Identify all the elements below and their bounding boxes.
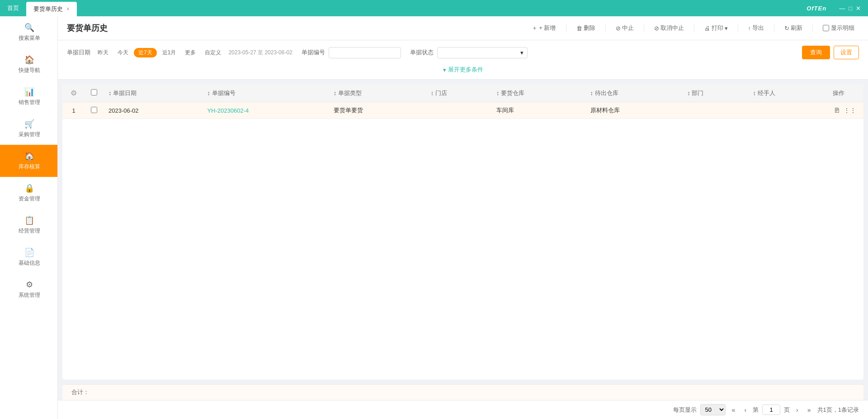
doc-number-link[interactable]: YH-20230602-4 xyxy=(207,107,249,114)
cell-req-warehouse: 车间库 xyxy=(491,102,585,119)
doc-number-input[interactable] xyxy=(329,47,401,58)
tab-home[interactable]: 首页 xyxy=(0,0,26,16)
doc-status-select[interactable]: ▾ xyxy=(437,47,528,58)
per-page-select[interactable]: 50 10 20 100 xyxy=(700,404,726,415)
sidebar-item-finance-mgmt[interactable]: 🔒 资金管理 xyxy=(0,177,57,209)
export-icon: ↑ xyxy=(748,25,751,32)
row-more-button[interactable]: ⋮⋮ xyxy=(843,106,857,115)
sidebar-item-base-info[interactable]: 📄 基础信息 xyxy=(0,241,57,273)
th-ops: 操作 xyxy=(827,84,863,102)
export-label: 导出 xyxy=(752,24,764,32)
th-handler: ↕ 经手人 xyxy=(747,84,827,102)
select-all-checkbox[interactable] xyxy=(91,89,97,95)
first-page-button[interactable]: « xyxy=(729,405,738,415)
delete-icon: 🗑 xyxy=(576,25,582,32)
main-layout: 🔍 搜索菜单 🏠 快捷导航 📊 销售管理 🛒 采购管理 🏠 库存核算 🔒 资金管… xyxy=(0,16,868,419)
display-detail-checkbox[interactable] xyxy=(823,25,829,31)
stop-label: 中止 xyxy=(622,24,634,32)
tab-close-icon[interactable]: × xyxy=(66,6,70,12)
new-button[interactable]: ＋ + 新增 xyxy=(527,22,560,34)
system-icon: ⚙ xyxy=(26,280,33,290)
base-info-icon: 📄 xyxy=(24,248,34,257)
new-label: + 新增 xyxy=(539,24,556,32)
row-view-button[interactable]: 🖹 xyxy=(833,106,841,115)
query-button[interactable]: 查询 xyxy=(802,46,830,59)
cancel-stop-label: 取消中止 xyxy=(660,24,684,32)
expand-more-btn[interactable]: ▾ 展开更多条件 xyxy=(443,64,483,77)
tab-requisition-history[interactable]: 要货单历史 × xyxy=(26,2,77,16)
th-doc-date: ↕ 单据日期 xyxy=(103,84,202,102)
prev-page-button[interactable]: ‹ xyxy=(741,405,749,415)
pagination: 每页显示 50 10 20 100 « ‹ 第 页 › » 共1页，1条记录 xyxy=(58,400,868,419)
quick-nav-icon: 🏠 xyxy=(24,55,34,65)
cell-dept xyxy=(682,102,747,119)
th-doc-number-label: ↕ 单据编号 xyxy=(207,90,235,96)
date-btn-1month[interactable]: 近1月 xyxy=(159,48,180,57)
sidebar-item-search-menu[interactable]: 🔍 搜索菜单 xyxy=(0,16,57,48)
divider xyxy=(812,24,813,32)
sidebar-item-quick-nav[interactable]: 🏠 快捷导航 xyxy=(0,48,57,81)
page-label-suffix: 页 xyxy=(784,406,790,414)
page-header: 要货单历史 ＋ + 新增 🗑 删除 ⊘ 中止 ⊘ xyxy=(58,16,868,40)
delete-button[interactable]: 🗑 删除 xyxy=(572,22,600,34)
sidebar-item-label: 销售管理 xyxy=(19,99,40,106)
th-settings: ⚙ xyxy=(62,84,85,102)
delete-label: 删除 xyxy=(584,24,595,32)
cell-handler xyxy=(747,102,827,119)
date-btn-yesterday[interactable]: 昨天 xyxy=(94,48,112,57)
display-detail-button[interactable]: 显示明细 xyxy=(818,22,859,34)
sidebar-item-sales-mgmt[interactable]: 📊 销售管理 xyxy=(0,81,57,113)
row-checkbox[interactable] xyxy=(91,107,97,113)
sidebar-item-label: 快捷导航 xyxy=(19,67,40,74)
setting-button[interactable]: 设置 xyxy=(834,46,859,59)
row-ops: 🖹 ⋮⋮ xyxy=(833,106,858,115)
sidebar-item-system-mgmt[interactable]: ⚙ 系统管理 xyxy=(0,273,57,305)
print-button[interactable]: 🖨 打印 ▾ xyxy=(700,22,732,34)
doc-number-label: 单据编号 xyxy=(302,48,325,57)
operations-icon: 📋 xyxy=(24,215,34,225)
window-maximize[interactable]: □ xyxy=(849,5,852,12)
th-req-warehouse-label: ↕ 要货仓库 xyxy=(496,90,524,96)
expand-icon: ▾ xyxy=(443,67,446,73)
divider xyxy=(694,24,694,32)
sidebar-item-label: 系统管理 xyxy=(19,291,40,299)
doc-date-filter: 单据日期 昨天 今天 近7天 近1月 更多 自定义 2023-05-27 至 2… xyxy=(67,48,292,57)
th-doc-number: ↕ 单据编号 xyxy=(202,84,328,102)
date-buttons: 昨天 今天 近7天 近1月 更多 自定义 xyxy=(94,48,225,57)
last-page-button[interactable]: » xyxy=(805,405,814,415)
th-pending-warehouse-label: ↕ 待出仓库 xyxy=(590,90,618,96)
th-dept-label: ↕ 部门 xyxy=(687,90,703,96)
tab-requisition-label: 要货单历史 xyxy=(33,5,63,13)
table-row: 1 2023-06-02 YH-20230602-4 要货单要货 车间库 原材料… xyxy=(62,102,863,119)
cell-pending-warehouse: 原材料仓库 xyxy=(585,102,682,119)
total-info: 共1页，1条记录 xyxy=(817,406,859,414)
purchase-icon: 🛒 xyxy=(24,119,34,129)
doc-number-filter: 单据编号 xyxy=(302,47,401,58)
date-btn-more[interactable]: 更多 xyxy=(181,48,199,57)
cancel-stop-button[interactable]: ⊘ 取消中止 xyxy=(650,22,689,34)
top-bar: 首页 要货单历史 × OfTEn — □ ✕ xyxy=(0,0,868,16)
filter-row: 单据日期 昨天 今天 近7天 近1月 更多 自定义 2023-05-27 至 2… xyxy=(67,46,859,64)
date-btn-7days[interactable]: 近7天 xyxy=(134,48,157,57)
date-btn-today[interactable]: 今天 xyxy=(114,48,132,57)
export-button[interactable]: ↑ 导出 xyxy=(744,22,769,34)
next-page-button[interactable]: › xyxy=(793,405,801,415)
settings-icon[interactable]: ⚙ xyxy=(71,89,77,97)
sidebar-item-purchase-mgmt[interactable]: 🛒 采购管理 xyxy=(0,113,57,145)
doc-date-label: 单据日期 xyxy=(67,48,90,57)
sidebar-item-inventory[interactable]: 🏠 库存核算 xyxy=(0,145,57,177)
window-close[interactable]: ✕ xyxy=(856,5,861,12)
stop-button[interactable]: ⊘ 中止 xyxy=(611,22,638,34)
sidebar-item-label: 库存核算 xyxy=(19,163,40,171)
cell-doc-type: 要货单要货 xyxy=(328,102,425,119)
content-area: 要货单历史 ＋ + 新增 🗑 删除 ⊘ 中止 ⊘ xyxy=(58,16,868,419)
divider xyxy=(566,24,566,32)
divider xyxy=(644,24,644,32)
refresh-button[interactable]: ↻ 刷新 xyxy=(780,22,807,34)
window-minimize[interactable]: — xyxy=(839,5,845,12)
page-title: 要货单历史 xyxy=(67,23,108,33)
current-page-input[interactable] xyxy=(762,405,780,415)
sidebar-item-operations-mgmt[interactable]: 📋 经营管理 xyxy=(0,209,57,241)
print-icon: 🖨 xyxy=(704,25,710,32)
date-btn-custom[interactable]: 自定义 xyxy=(201,48,225,57)
